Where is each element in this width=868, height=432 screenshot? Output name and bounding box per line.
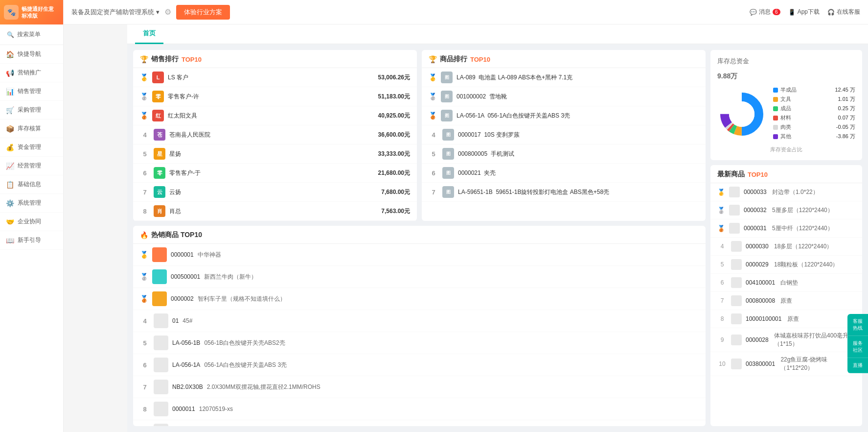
sidebar-item-label: 基础信息 [18,180,41,189]
inventory-panel: 库存总资金 9.88万 [710,50,862,160]
rank-number: 5 [429,150,438,158]
medal-icon: 🥇 [140,73,148,81]
latest-product-item: 10 003800001 22g鱼豆腐-烧烤味（1*12*20） [710,352,862,376]
sales-ranking-header: 🏆 销售排行 TOP10 [133,50,417,68]
sidebar-item-shortcuts[interactable]: 🏠 快捷导航 [0,45,63,64]
inventory-title: 库存总资金 [717,57,855,66]
product-name: 新西兰牛肉（新牛） [204,273,699,281]
legend-label-meat: 肉类 [780,123,791,131]
hot-products-title: 热销商品 TOP10 [151,231,202,240]
legend-dot-finished [773,106,778,111]
float-service: 客服热线 服务社区 直播 [847,314,868,373]
sidebar-item-label: 企业协同 [18,217,41,226]
rank-number: 10 [717,360,727,367]
sales-ranking-title: 销售排行 [151,55,179,64]
sidebar-item-finance[interactable]: 💰 资金管理 [0,138,63,157]
system-selector[interactable]: 装备及固定资产辅助管理系统 ▾ [71,8,160,17]
sidebar-item-management[interactable]: 📈 经营管理 [0,157,63,175]
sidebar-item-system[interactable]: ⚙️ 系统管理 [0,194,63,213]
sales-rank-item: 🥉 红 红太阳文具 40,925.00元 [133,106,417,125]
legend-label-stationery: 文具 [780,96,791,103]
sidebar-item-marketing[interactable]: 📢 营销推广 [0,64,63,82]
live-stream-button[interactable]: 直播 [847,358,868,373]
sales-value: 21,680.00元 [378,169,410,177]
product-code-name: 0000017 10S 变刹罗蔟 [458,131,699,139]
sidebar: 🐾 畅捷通好生意 标准版 🔍 搜索菜单 🏠 快捷导航 📢 营销推广 📊 销售管理… [0,0,64,432]
product-rank-item: 🥉 图 LA-056-1A 056-1A白色按键开关盖ABS 3壳 [422,106,706,125]
latest-products-panel: 最新商品 TOP10 🥇 0000033 封边带（1.0*22） 🥈 00000… [710,165,862,426]
medal-icon: 🥈 [140,273,148,281]
topbar-right-area: 💬 消息 6 📱 App下载 🎧 在线客服 [750,8,860,16]
sales-value: 40,925.00元 [378,112,410,120]
sales-icon: 📊 [6,88,14,96]
product-rank-item: 4 图 0000017 10S 变刹罗蔟 [422,125,706,144]
sales-value: 7,680.00元 [381,188,410,196]
legend-dot-stationery [773,97,778,102]
sidebar-item-enterprise[interactable]: 🤝 企业协同 [0,213,63,231]
search-menu-button[interactable]: 🔍 搜索菜单 [4,28,59,41]
app-download-button[interactable]: 📱 App下载 [788,8,820,16]
sidebar-item-label: 资金管理 [18,143,41,151]
latest-product-code: 0000031 [744,225,768,232]
rank-number: 8 [140,208,150,215]
product-rank-list: 🥇 图 LA-089 电池盖 LA-089 ABS本色+黑种 7.1克 🥈 图 … [422,68,706,202]
latest-product-item: 🥉 0000031 5厘中纤（1220*2440） [710,219,862,238]
latest-title: 最新商品 [717,170,745,179]
trophy-icon: 🏆 [140,55,148,63]
sidebar-item-basics[interactable]: 📋 基础信息 [0,175,63,194]
medal-icon: 🥉 [717,225,725,232]
sales-value: 53,006.26元 [378,73,410,82]
customer-avatar: 星 [154,148,165,160]
customer-hotline-button[interactable]: 客服热线 [847,314,868,336]
settings-icon[interactable]: ⚙ [164,7,171,17]
rank-number: 8 [140,406,150,413]
sidebar-item-sales[interactable]: 📊 销售管理 [0,82,63,101]
message-label: 消息 [759,8,771,16]
product-img: 图 [441,72,453,83]
page-tabs: 首页 [127,24,868,44]
latest-product-image [731,259,742,270]
service-community-button[interactable]: 服务社区 [847,336,868,358]
logo-text: 畅捷通好生意 标准版 [22,5,54,20]
dropdown-arrow-icon: ▾ [156,8,160,16]
product-image [152,247,167,262]
rank-number: 6 [429,169,438,177]
product-name: 45# [183,317,699,324]
medal-icon: 🥉 [140,295,148,303]
product-ranking-top10: TOP10 [470,56,490,63]
sidebar-item-guide[interactable]: 📖 新手引导 [0,231,63,250]
product-code: 0000011 [172,406,195,412]
rank-number: 4 [717,243,727,250]
sidebar-item-purchase[interactable]: 🛒 采购管理 [0,101,63,120]
message-button[interactable]: 💬 消息 6 [750,8,780,16]
latest-products-header: 最新商品 TOP10 [710,165,862,183]
legend-other: 其他 -3.86 万 [773,133,855,140]
search-icon: 🔍 [7,31,14,38]
legend-value-stationery: 1.01 万 [838,96,855,103]
rank-number: 4 [140,317,150,325]
sidebar-item-inventory[interactable]: 📦 库存核算 [0,120,63,138]
sales-rank-item: 🥇 L LS 客户 53,006.26元 [133,68,417,87]
legend-material: 材料 0.07 万 [773,114,855,121]
sidebar-search-area[interactable]: 🔍 搜索菜单 [0,24,63,45]
latest-product-item: 8 10000100001 原查 [710,310,862,328]
hot-product-item: 5 LA-056-1B 056-1B白色按键开关壳ABS2壳 [133,332,706,354]
hot-product-item: 🥇 0000001 中华神器 [133,244,706,266]
product-rank-item: 🥇 图 LA-089 电池盖 LA-089 ABS本色+黑种 7.1克 [422,68,706,87]
topbar: 装备及固定资产辅助管理系统 ▾ ⚙ 体验行业方案 💬 消息 6 📱 App下载 … [64,0,868,24]
sales-rank-item: 4 苍 苍南县人民医院 36,600.00元 [133,125,417,144]
trial-button[interactable]: 体验行业方案 [176,5,230,20]
online-service-button[interactable]: 🎧 在线客服 [827,8,860,16]
customer-avatar: 云 [154,186,165,198]
latest-product-name: 18颗粒板（1220*2440） [774,261,855,269]
customer-name: 红太阳文具 [168,112,374,120]
sidebar-item-label: 库存核算 [18,124,41,133]
rank-number: 7 [140,384,150,391]
tab-home[interactable]: 首页 [135,24,163,44]
rank-number: 6 [717,279,727,286]
sidebar-item-label: 快捷导航 [18,50,41,58]
latest-product-name: 5厘多层（1220*2440） [772,206,855,215]
inventory-amount: 9.88万 [717,68,855,81]
sales-value: 33,333.00元 [378,150,410,158]
product-code: 0000002 [171,295,194,302]
